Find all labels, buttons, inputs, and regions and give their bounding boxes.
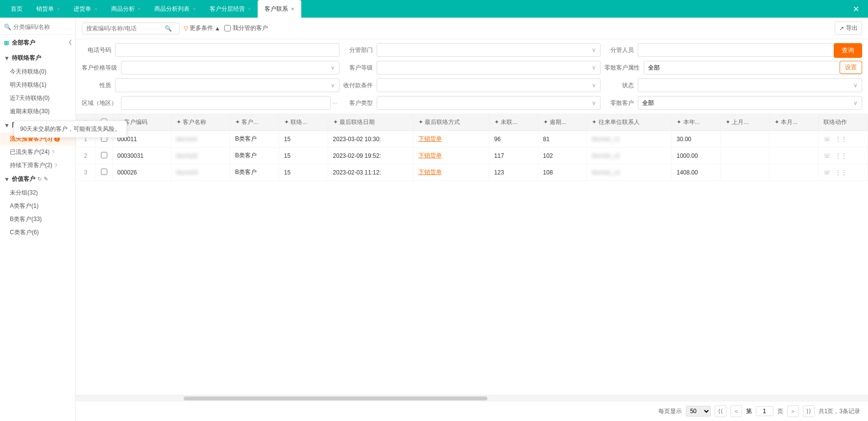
cell-company-contact-0: blurred_c1 [587, 131, 672, 148]
customer-type-arrow: ∨ [592, 99, 596, 106]
cell-action-1[interactable]: ☏ ⋮⋮ [818, 148, 868, 164]
last-page-button[interactable]: ⟩⟩ [803, 405, 815, 417]
cell-action-0[interactable]: ☏ ⋮⋮ [818, 131, 868, 148]
tab-sales-order[interactable]: 销货单 × [29, 0, 67, 18]
cell-this-month-0 [769, 131, 818, 148]
sidebar-search-input[interactable] [13, 24, 76, 30]
scroll-thumb[interactable] [184, 396, 487, 400]
cell-check-2[interactable] [96, 164, 112, 181]
cell-last-method-0[interactable]: 下销货单 [413, 131, 489, 148]
region-select[interactable] [121, 96, 331, 110]
sidebar-item-week-contact[interactable]: 近7天待联络(0) [0, 92, 75, 105]
sidebar-item-overdue-contact[interactable]: 逾期未联络(30) [0, 105, 75, 118]
th-last-method: ✦ 最后联络方式 [413, 114, 489, 131]
phone-input[interactable] [115, 43, 339, 57]
sidebar-item-class-a[interactable]: A类客户(1) [0, 199, 75, 213]
more-action-icon-2[interactable]: ⋮⋮ [835, 169, 847, 176]
next-page-button[interactable]: ＞ [787, 405, 799, 417]
tab-purchase-order[interactable]: 进货单 × [67, 0, 104, 18]
th-company-contact: ✦ 往来单位联系人 [587, 114, 672, 131]
sidebar-all-customers[interactable]: ⊞ 全部客户 《 [0, 35, 75, 51]
close-sales-order-icon[interactable]: × [57, 6, 60, 12]
nature-select[interactable]: ∨ [115, 78, 339, 92]
th-type: ✦ 客户... [230, 114, 279, 131]
search-input[interactable] [86, 25, 165, 32]
tab-product-analysis-list[interactable]: 商品分析列表 × [147, 0, 202, 18]
settings-button[interactable]: 设置 [840, 61, 862, 74]
first-page-button[interactable]: ⟨⟨ [715, 405, 726, 417]
row-checkbox-2[interactable] [101, 169, 107, 175]
contact-icon-2[interactable]: ☏ [823, 169, 831, 176]
cell-contact-1: 15 [279, 148, 328, 164]
table-row: 1 000011 blurred1 B类客户 15 2023-03-02 10:… [76, 131, 868, 148]
status-select[interactable]: ∨ [638, 78, 862, 92]
sidebar-item-declining[interactable]: 持续下滑客户(2) ? [0, 159, 75, 172]
row-checkbox-1[interactable] [101, 152, 107, 158]
sidebar-item-today-contact[interactable]: 今天待联络(0) [0, 65, 75, 78]
page-number-input[interactable] [756, 406, 773, 416]
my-customer-toggle[interactable]: 我分管的客户 [224, 24, 268, 32]
filter-dept: 分管部门 ∨ [343, 43, 601, 57]
close-purchase-order-icon[interactable]: × [94, 6, 97, 12]
filter-icon: ▽ [184, 25, 188, 32]
tab-customer-contact[interactable]: 客户联系 × [258, 0, 301, 18]
cell-name-2: blurred3 [171, 164, 230, 181]
export-button[interactable]: ↗ 导出 [835, 22, 862, 35]
contact-icon-1[interactable]: ☏ [823, 152, 831, 159]
more-action-icon-1[interactable]: ⋮⋮ [835, 152, 847, 159]
th-this-month: ✦ 本月... [769, 114, 818, 131]
close-product-analysis-icon[interactable]: × [138, 6, 141, 12]
cell-overdue-2: 108 [538, 164, 587, 181]
cell-check-1[interactable] [96, 148, 112, 164]
tab-product-analysis[interactable]: 商品分析 × [104, 0, 147, 18]
search-execute-icon[interactable]: 🔍 [165, 25, 172, 32]
filter-row-2: 客户价格等级 ∨ 客户等级 ∨ 零散客户属性 全部 [82, 61, 862, 74]
manager-select[interactable]: ∨ [638, 43, 853, 57]
refresh-icon[interactable]: ↻ [37, 176, 42, 182]
contact-icon-0[interactable]: ☏ [823, 136, 831, 143]
retail-attr-select[interactable]: 全部 ∨ [644, 61, 862, 74]
search-box[interactable]: 🔍 [82, 23, 180, 34]
cell-this-year-0: 30.00 [672, 131, 721, 148]
cell-type-2: B类客户 [230, 164, 279, 181]
tab-home[interactable]: 首页 [4, 0, 29, 18]
close-product-analysis-list-icon[interactable]: × [193, 6, 195, 12]
tab-customer-tiering[interactable]: 客户分层经营 × [203, 0, 258, 18]
region-dots[interactable]: ··· [331, 99, 339, 106]
cell-name-1: blurred2 [171, 148, 230, 164]
filter-panel: 电话号码 分管部门 ∨ 分管人员 ∨ ··· [76, 39, 868, 114]
cell-last-method-2[interactable]: 下销货单 [413, 164, 489, 181]
cell-this-month-2 [769, 164, 818, 181]
page-size-select[interactable]: 50 20 100 [686, 406, 711, 417]
filter-customer-type: 客户类型 ∨ [343, 96, 601, 110]
sidebar-group-pending-contact[interactable]: ▼ 待联络客户 [0, 51, 75, 65]
more-action-icon-0[interactable]: ⋮⋮ [835, 136, 847, 143]
price-grade-select[interactable]: ∨ [121, 61, 339, 74]
more-filter-button[interactable]: ▽ 更多条件 ▲ [184, 24, 220, 32]
query-button[interactable]: 查询 [834, 43, 862, 58]
customer-grade-select[interactable]: ∨ [377, 61, 601, 74]
cell-last-month-2 [721, 164, 770, 181]
prev-page-button[interactable]: ＜ [730, 405, 742, 417]
sidebar-group-value-customers[interactable]: ▼ 价值客户 ↻ ✎ [0, 172, 75, 186]
dept-select[interactable]: ∨ [377, 43, 601, 57]
my-customer-checkbox[interactable] [224, 25, 231, 31]
cell-action-2[interactable]: ☏ ⋮⋮ [818, 164, 868, 181]
sidebar-item-class-b[interactable]: B类客户(33) [0, 213, 75, 226]
sidebar-item-ungroups[interactable]: 未分组(32) [0, 186, 75, 199]
edit-icon[interactable]: ✎ [44, 176, 48, 182]
close-customer-contact-icon[interactable]: × [291, 6, 294, 12]
sidebar-item-churned[interactable]: 已流失客户(24) ? [0, 146, 75, 159]
sidebar-item-tomorrow-contact[interactable]: 明天待联络(1) [0, 78, 75, 92]
filter-price-grade: 客户价格等级 ∨ [82, 61, 339, 74]
close-customer-tiering-icon[interactable]: × [248, 6, 251, 12]
payment-select[interactable]: ∨ [377, 78, 601, 92]
retail-customer-select[interactable]: 全部 ∨ [638, 96, 862, 110]
customer-type-select[interactable]: ∨ [377, 96, 601, 110]
nature-arrow: ∨ [331, 82, 335, 89]
sidebar: 🔍 ⊞ 全部客户 《 ▼ 待联络客户 今天待联络(0) 明天待联络(1) 近7天… [0, 18, 76, 421]
sidebar-item-class-c[interactable]: C类客户(6) [0, 226, 75, 239]
window-close-button[interactable]: ✕ [848, 4, 864, 14]
horizontal-scrollbar[interactable] [76, 395, 868, 401]
cell-last-method-1[interactable]: 下销货单 [413, 148, 489, 164]
